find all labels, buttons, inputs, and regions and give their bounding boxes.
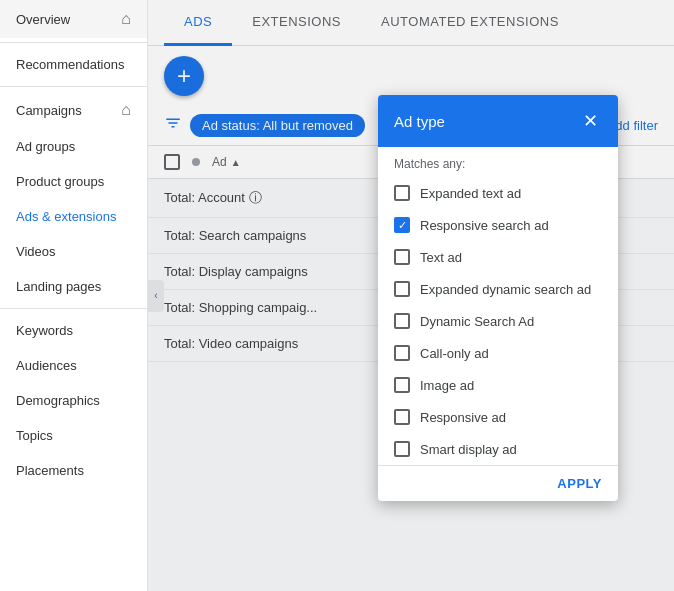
- ad-type-option[interactable]: Responsive search ad: [378, 209, 618, 241]
- ad-type-option[interactable]: Image ad: [378, 369, 618, 401]
- sidebar-item-label: Campaigns: [16, 103, 82, 118]
- sidebar-item-label: Keywords: [16, 323, 73, 338]
- ad-type-label: Dynamic Search Ad: [420, 314, 534, 329]
- ad-type-option[interactable]: Expanded text ad: [378, 177, 618, 209]
- ad-type-label: Smart display ad: [420, 442, 517, 457]
- home-icon: ⌂: [121, 10, 131, 28]
- ad-type-option[interactable]: Responsive ad: [378, 401, 618, 433]
- sidebar-item-label: Demographics: [16, 393, 100, 408]
- sidebar-item-label: Ads & extensions: [16, 209, 116, 224]
- matches-label: Matches any:: [378, 147, 618, 177]
- ad-type-label: Responsive search ad: [420, 218, 549, 233]
- dropdown-header: Ad type ✕: [378, 95, 618, 147]
- sidebar: Overview ⌂ Recommendations Campaigns ⌂ A…: [0, 0, 148, 591]
- main-content: ADS EXTENSIONS AUTOMATED EXTENSIONS + Ad…: [148, 0, 674, 591]
- sidebar-item-product-groups[interactable]: Product groups: [0, 164, 147, 199]
- ad-type-option[interactable]: Call-only ad: [378, 337, 618, 369]
- sidebar-item-label: Recommendations: [16, 57, 124, 72]
- sidebar-item-placements[interactable]: Placements: [0, 453, 147, 488]
- ad-type-label: Image ad: [420, 378, 474, 393]
- sidebar-item-landing-pages[interactable]: Landing pages: [0, 269, 147, 304]
- ad-type-option[interactable]: Text ad: [378, 241, 618, 273]
- sidebar-item-recommendations[interactable]: Recommendations: [0, 47, 147, 82]
- ad-type-option[interactable]: Dynamic Search Ad: [378, 305, 618, 337]
- apply-button[interactable]: APPLY: [557, 476, 602, 491]
- ad-type-checkbox[interactable]: [394, 185, 410, 201]
- sidebar-item-overview[interactable]: Overview ⌂: [0, 0, 147, 38]
- ad-type-list: Expanded text adResponsive search adText…: [378, 177, 618, 465]
- ad-type-checkbox[interactable]: [394, 281, 410, 297]
- ad-type-label: Call-only ad: [420, 346, 489, 361]
- sidebar-item-ads-extensions[interactable]: Ads & extensions: [0, 199, 147, 234]
- ad-type-option[interactable]: Smart display ad: [378, 433, 618, 465]
- sidebar-item-label: Landing pages: [16, 279, 101, 294]
- ad-type-checkbox[interactable]: [394, 441, 410, 457]
- sidebar-item-topics[interactable]: Topics: [0, 418, 147, 453]
- sidebar-item-label: Ad groups: [16, 139, 75, 154]
- home-icon-campaigns: ⌂: [121, 101, 131, 119]
- sidebar-item-label: Product groups: [16, 174, 104, 189]
- dropdown-footer: APPLY: [378, 465, 618, 501]
- sidebar-item-demographics[interactable]: Demographics: [0, 383, 147, 418]
- ad-type-dropdown: Ad type ✕ Matches any: Expanded text adR…: [378, 95, 618, 501]
- ad-type-label: Responsive ad: [420, 410, 506, 425]
- sidebar-item-label: Topics: [16, 428, 53, 443]
- ad-type-label: Text ad: [420, 250, 462, 265]
- ad-type-checkbox[interactable]: [394, 217, 410, 233]
- sidebar-item-campaigns[interactable]: Campaigns ⌂: [0, 91, 147, 129]
- ad-type-checkbox[interactable]: [394, 377, 410, 393]
- sidebar-item-audiences[interactable]: Audiences: [0, 348, 147, 383]
- ad-type-checkbox[interactable]: [394, 313, 410, 329]
- sidebar-item-label: Audiences: [16, 358, 77, 373]
- sidebar-item-label: Placements: [16, 463, 84, 478]
- sidebar-item-videos[interactable]: Videos: [0, 234, 147, 269]
- dropdown-title: Ad type: [394, 113, 445, 130]
- ad-type-option[interactable]: Expanded dynamic search ad: [378, 273, 618, 305]
- sidebar-item-keywords[interactable]: Keywords: [0, 313, 147, 348]
- sidebar-item-label: Overview: [16, 12, 70, 27]
- ad-type-label: Expanded dynamic search ad: [420, 282, 591, 297]
- sidebar-item-label: Videos: [16, 244, 56, 259]
- ad-type-checkbox[interactable]: [394, 345, 410, 361]
- ad-type-checkbox[interactable]: [394, 249, 410, 265]
- sidebar-item-ad-groups[interactable]: Ad groups: [0, 129, 147, 164]
- ad-type-label: Expanded text ad: [420, 186, 521, 201]
- ad-type-checkbox[interactable]: [394, 409, 410, 425]
- close-dropdown-button[interactable]: ✕: [578, 109, 602, 133]
